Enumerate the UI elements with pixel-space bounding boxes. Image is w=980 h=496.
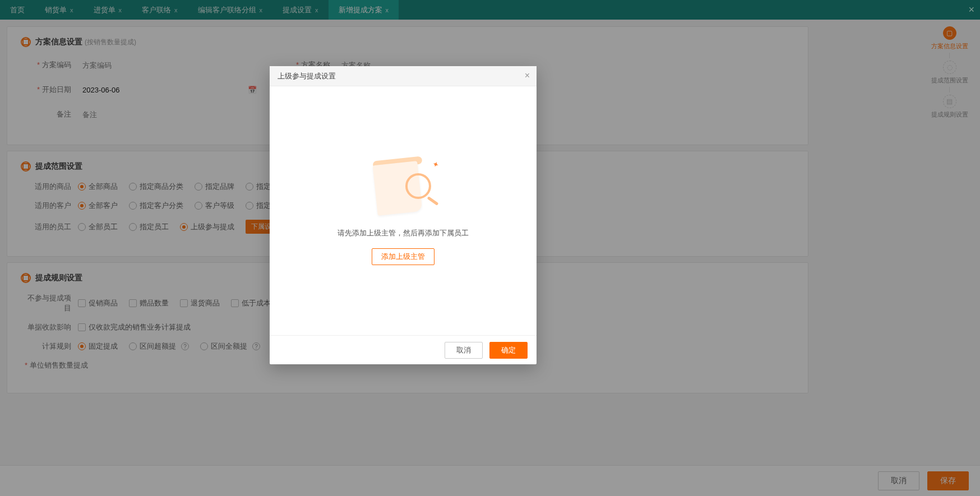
modal-header: 上级参与提成设置 × xyxy=(270,66,537,86)
add-superior-button[interactable]: 添加上级主管 xyxy=(372,248,434,265)
modal-title: 上级参与提成设置 xyxy=(278,71,336,81)
modal-footer: 取消 确定 xyxy=(270,335,537,364)
modal-ok-button[interactable]: 确定 xyxy=(489,342,528,359)
modal-body: ✦ 请先添加上级主管，然后再添加下属员工 添加上级主管 xyxy=(270,86,537,335)
modal-message: 请先添加上级主管，然后再添加下属员工 xyxy=(338,228,469,238)
modal-close-icon[interactable]: × xyxy=(525,71,530,81)
superior-commission-modal: 上级参与提成设置 × ✦ 请先添加上级主管，然后再添加下属员工 添加上级主管 取… xyxy=(270,66,537,364)
modal-cancel-button[interactable]: 取消 xyxy=(445,342,483,359)
empty-illustration: ✦ xyxy=(369,156,437,218)
